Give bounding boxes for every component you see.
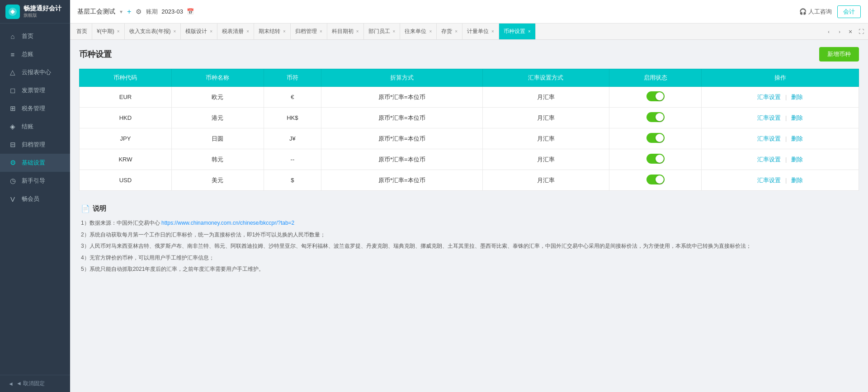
tab-template[interactable]: 模版设计 ×: [181, 24, 217, 40]
toggle-switch-2[interactable]: [646, 133, 665, 143]
tab-subjects-close[interactable]: ×: [356, 29, 359, 34]
tab-template-close[interactable]: ×: [210, 29, 212, 34]
cell-name-2: 日圆: [171, 128, 264, 149]
tab-archive[interactable]: 归档管理 ×: [291, 24, 327, 40]
cell-status-3[interactable]: [609, 149, 702, 170]
table-row: USD 美元 $ 原币*汇率=本位币 月汇率 汇率设置 | 删除: [80, 170, 859, 191]
toggle-switch-0[interactable]: [646, 91, 665, 101]
delete-link-4[interactable]: 删除: [791, 177, 803, 184]
tab-subjects[interactable]: 科目期初 ×: [327, 24, 364, 40]
rate-setting-link-2[interactable]: 汇率设置: [757, 135, 781, 142]
tab-dept[interactable]: 部门员工 ×: [364, 24, 401, 40]
cell-name-4: 美元: [171, 170, 264, 191]
rate-setting-link-3[interactable]: 汇率设置: [757, 156, 781, 163]
tab-balance[interactable]: ¥(中期) ×: [92, 24, 125, 40]
tab-home-label: 首页: [76, 28, 87, 35]
sidebar-item-reports-label: 云报表中心: [22, 68, 51, 76]
new-currency-button[interactable]: 新增币种: [819, 47, 859, 61]
member-icon: V: [8, 195, 17, 203]
service-button[interactable]: 🎧 人工咨询: [799, 8, 832, 16]
tab-dept-label: 部门员工: [368, 28, 390, 35]
sidebar-pin-toggle[interactable]: ◄ ◄ 取消固定: [0, 375, 70, 392]
add-project-btn[interactable]: +: [127, 8, 131, 16]
tab-currency[interactable]: 币种设置 ×: [499, 24, 536, 40]
sidebar: 畅捷通好会计 旗舰版 ⌂ 首页 ≡ 总账 △ 云报表中心 ◻ 发票管理 ⊞ 税务…: [0, 0, 70, 392]
sidebar-item-member[interactable]: V 畅会员: [0, 190, 70, 208]
rate-setting-link-4[interactable]: 汇率设置: [757, 177, 781, 184]
calendar-icon[interactable]: 📅: [187, 8, 194, 15]
tab-income-close[interactable]: ×: [174, 29, 176, 34]
cell-code-1: HKD: [80, 108, 172, 128]
sidebar-item-invoice[interactable]: ◻ 发票管理: [0, 81, 70, 99]
project-dropdown-icon[interactable]: ▾: [120, 9, 123, 15]
cell-status-0[interactable]: [609, 87, 702, 108]
toggle-switch-4[interactable]: [646, 175, 665, 184]
page-title-bar: 币种设置 新增币种: [79, 47, 859, 61]
delete-link-0[interactable]: 删除: [791, 94, 803, 100]
tab-archive-close[interactable]: ×: [320, 29, 322, 34]
cell-calc-4: 原币*汇率=本位币: [321, 170, 482, 191]
tab-next-btn[interactable]: ›: [835, 27, 844, 37]
tab-home[interactable]: 首页: [72, 24, 92, 40]
sidebar-item-checkout[interactable]: ◈ 结账: [0, 118, 70, 136]
table-row: KRW 韩元 -- 原币*汇率=本位币 月汇率 汇率设置 | 删除: [80, 149, 859, 170]
tab-balance-close[interactable]: ×: [117, 29, 120, 34]
sidebar-item-home[interactable]: ⌂ 首页: [0, 27, 70, 45]
tab-template-label: 模版设计: [185, 28, 207, 35]
delete-link-2[interactable]: 删除: [791, 135, 803, 142]
tab-period-end[interactable]: 期末结转 ×: [254, 24, 291, 40]
tab-currency-close[interactable]: ×: [528, 29, 531, 34]
cell-rate-method-0: 月汇率: [482, 87, 609, 108]
delete-link-3[interactable]: 删除: [791, 156, 803, 163]
table-row: JPY 日圆 J¥ 原币*汇率=本位币 月汇率 汇率设置 | 删除: [80, 128, 859, 149]
tab-income[interactable]: 收入支出表(年报) ×: [125, 24, 181, 40]
cell-status-4[interactable]: [609, 170, 702, 191]
sidebar-item-archive[interactable]: ⊟ 归档管理: [0, 136, 70, 154]
settings-btn[interactable]: ⚙: [136, 8, 142, 16]
cell-actions-0: 汇率设置 | 删除: [702, 87, 859, 108]
sidebar-item-settings[interactable]: ⚙ 基础设置: [0, 154, 70, 172]
tab-expand-btn[interactable]: ⛶: [856, 27, 866, 37]
notes-link[interactable]: https://www.chinamoney.com.cn/chinese/bk…: [161, 220, 294, 226]
toggle-switch-3[interactable]: [646, 154, 665, 164]
cell-status-2[interactable]: [609, 128, 702, 149]
sidebar-item-tax[interactable]: ⊞ 税务管理: [0, 99, 70, 118]
tab-close-all-btn[interactable]: ×: [845, 27, 855, 37]
table-row: EUR 欧元 € 原币*汇率=本位币 月汇率 汇率设置 | 删除: [80, 87, 859, 108]
logo: 畅捷通好会计 旗舰版: [0, 0, 70, 24]
sidebar-item-settings-label: 基础设置: [22, 159, 45, 167]
tab-dept-close[interactable]: ×: [393, 29, 396, 34]
rate-setting-link-0[interactable]: 汇率设置: [757, 94, 781, 100]
cell-name-3: 韩元: [171, 149, 264, 170]
page-title: 币种设置: [79, 49, 112, 60]
cell-status-1[interactable]: [609, 108, 702, 128]
tab-tax[interactable]: 税表清册 ×: [217, 24, 254, 40]
toggle-switch-1[interactable]: [646, 112, 665, 122]
tab-period-end-close[interactable]: ×: [283, 29, 286, 34]
cell-symbol-1: HK$: [264, 108, 321, 128]
col-header-actions: 操作: [702, 69, 859, 87]
tab-inventory-close[interactable]: ×: [455, 29, 458, 34]
sidebar-item-ledger[interactable]: ≡ 总账: [0, 45, 70, 63]
tab-partners[interactable]: 往来单位 ×: [400, 24, 437, 40]
action-sep-1: |: [785, 114, 787, 121]
rate-setting-link-1[interactable]: 汇率设置: [757, 114, 781, 121]
tab-prev-btn[interactable]: ‹: [824, 27, 834, 37]
cell-rate-method-2: 月汇率: [482, 128, 609, 149]
col-header-code: 币种代码: [80, 69, 172, 87]
sidebar-item-guide[interactable]: ◷ 新手引导: [0, 172, 70, 190]
sidebar-item-reports[interactable]: △ 云报表中心: [0, 63, 70, 81]
tab-units[interactable]: 计量单位 ×: [462, 24, 499, 40]
account-button[interactable]: 会计: [837, 5, 861, 18]
delete-link-1[interactable]: 删除: [791, 114, 803, 121]
tab-partners-close[interactable]: ×: [429, 29, 432, 34]
notes-title-label: 说明: [93, 204, 106, 213]
action-sep-0: |: [785, 94, 787, 100]
tab-inventory[interactable]: 存货 ×: [437, 24, 462, 40]
cell-actions-2: 汇率设置 | 删除: [702, 128, 859, 149]
cell-code-0: EUR: [80, 87, 172, 108]
tab-units-close[interactable]: ×: [491, 29, 494, 34]
cell-code-2: JPY: [80, 128, 172, 149]
col-header-symbol: 币符: [264, 69, 321, 87]
tab-tax-close[interactable]: ×: [246, 29, 249, 34]
